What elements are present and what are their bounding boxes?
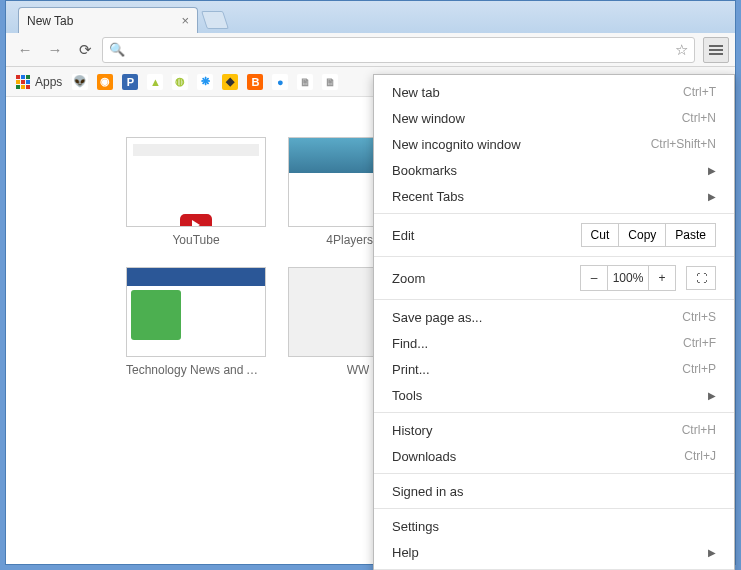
- toolbar: ← → ⟳ 🔍 ☆: [6, 33, 735, 67]
- menu-signed-in[interactable]: Signed in as: [374, 478, 734, 504]
- search-icon: 🔍: [109, 42, 125, 57]
- zoom-in-button[interactable]: +: [649, 266, 675, 290]
- menu-help[interactable]: Help▶: [374, 539, 734, 565]
- thumbnail-technews[interactable]: Technology News and An...: [126, 267, 266, 377]
- tab-title: New Tab: [27, 14, 73, 28]
- bookmark-yellow[interactable]: ◆: [222, 74, 238, 90]
- chevron-right-icon: ▶: [708, 165, 716, 176]
- omnibox[interactable]: 🔍 ☆: [102, 37, 695, 63]
- menu-new-tab[interactable]: New tabCtrl+T: [374, 79, 734, 105]
- menu-separator: [374, 508, 734, 509]
- menu-bookmarks[interactable]: Bookmarks▶: [374, 157, 734, 183]
- menu-find[interactable]: Find...Ctrl+F: [374, 330, 734, 356]
- menu-separator: [374, 256, 734, 257]
- chevron-right-icon: ▶: [708, 547, 716, 558]
- apps-grid-icon: [16, 75, 30, 89]
- bookmark-blue-dots[interactable]: ❋: [197, 74, 213, 90]
- chevron-right-icon: ▶: [708, 191, 716, 202]
- fullscreen-button[interactable]: ⛶: [686, 266, 716, 290]
- menu-new-window[interactable]: New windowCtrl+N: [374, 105, 734, 131]
- fullscreen-icon: ⛶: [696, 272, 707, 284]
- thumbnail-label: WW: [347, 363, 370, 377]
- hamburger-icon: [709, 45, 723, 55]
- menu-settings[interactable]: Settings: [374, 513, 734, 539]
- zoom-value: 100%: [607, 266, 649, 290]
- menu-recent-tabs[interactable]: Recent Tabs▶: [374, 183, 734, 209]
- bookmark-pandora[interactable]: P: [122, 74, 138, 90]
- bookmark-doc[interactable]: 🗎: [297, 74, 313, 90]
- zoom-out-button[interactable]: –: [581, 266, 607, 290]
- menu-new-incognito[interactable]: New incognito windowCtrl+Shift+N: [374, 131, 734, 157]
- menu-save-page[interactable]: Save page as...Ctrl+S: [374, 304, 734, 330]
- chrome-menu: New tabCtrl+T New windowCtrl+N New incog…: [373, 74, 735, 570]
- apps-button[interactable]: Apps: [16, 75, 62, 89]
- thumbnail-label: YouTube: [172, 233, 219, 247]
- bookmark-android-green[interactable]: ▲: [147, 74, 163, 90]
- tab-new-tab[interactable]: New Tab ×: [18, 7, 198, 33]
- cut-button[interactable]: Cut: [581, 223, 620, 247]
- zoom-label: Zoom: [392, 271, 425, 286]
- bookmark-orange-swirl[interactable]: ◉: [97, 74, 113, 90]
- play-icon: [180, 214, 212, 227]
- thumbnail-preview: [126, 137, 266, 227]
- thumbnail-label: Technology News and An...: [126, 363, 266, 377]
- chevron-right-icon: ▶: [708, 390, 716, 401]
- paste-button[interactable]: Paste: [666, 223, 716, 247]
- menu-zoom-row: Zoom – 100% + ⛶: [374, 261, 734, 295]
- bookmark-star-icon[interactable]: ☆: [675, 41, 688, 59]
- bookmark-doc2[interactable]: 🗎: [322, 74, 338, 90]
- address-input[interactable]: [131, 38, 675, 62]
- back-button[interactable]: ←: [12, 37, 38, 63]
- reload-button[interactable]: ⟳: [72, 37, 98, 63]
- menu-separator: [374, 473, 734, 474]
- apps-label: Apps: [35, 75, 62, 89]
- menu-separator: [374, 213, 734, 214]
- zoom-controls: – 100% + ⛶: [580, 265, 716, 291]
- bookmark-blue-flame[interactable]: ●: [272, 74, 288, 90]
- chrome-menu-button[interactable]: [703, 37, 729, 63]
- bookmark-android[interactable]: ◍: [172, 74, 188, 90]
- new-tab-button[interactable]: [201, 11, 229, 29]
- menu-downloads[interactable]: DownloadsCtrl+J: [374, 443, 734, 469]
- bookmark-blogger[interactable]: B: [247, 74, 263, 90]
- edit-label: Edit: [392, 228, 414, 243]
- tab-close-icon[interactable]: ×: [181, 13, 189, 28]
- menu-separator: [374, 299, 734, 300]
- bookmark-reddit[interactable]: 👽: [72, 74, 88, 90]
- forward-button[interactable]: →: [42, 37, 68, 63]
- menu-history[interactable]: HistoryCtrl+H: [374, 417, 734, 443]
- tab-strip: New Tab ×: [6, 1, 735, 33]
- menu-tools[interactable]: Tools▶: [374, 382, 734, 408]
- bookmark-icons: 👽◉P▲◍❋◆B●🗎🗎: [72, 74, 338, 90]
- thumbnail-youtube[interactable]: YouTube: [126, 137, 266, 247]
- copy-button[interactable]: Copy: [619, 223, 666, 247]
- thumbnail-preview: [126, 267, 266, 357]
- edit-buttons: Cut Copy Paste: [581, 223, 716, 247]
- menu-edit-row: Edit Cut Copy Paste: [374, 218, 734, 252]
- menu-separator: [374, 412, 734, 413]
- menu-print[interactable]: Print...Ctrl+P: [374, 356, 734, 382]
